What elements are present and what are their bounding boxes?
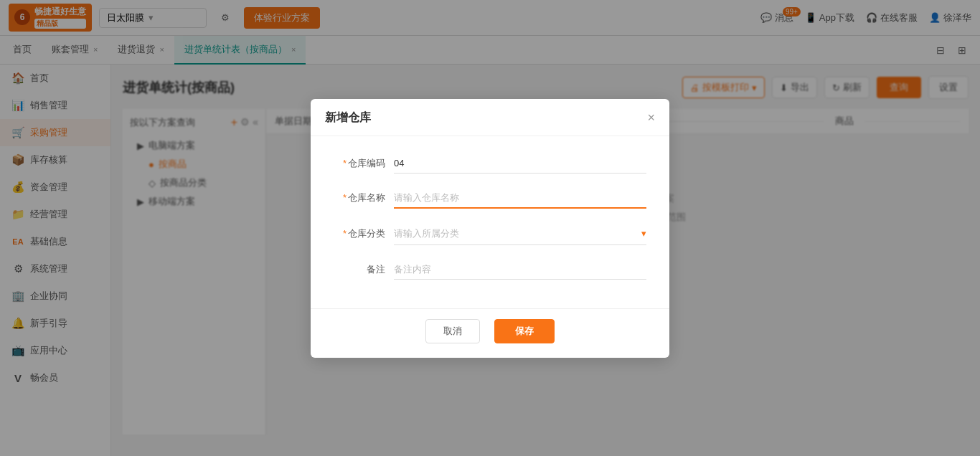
- save-button[interactable]: 保存: [494, 319, 555, 343]
- dialog-footer: 取消 保存: [311, 308, 669, 358]
- chevron-category-icon: ▾: [641, 228, 646, 239]
- dialog-close-button[interactable]: ×: [647, 111, 655, 124]
- dialog-title: 新增仓库: [325, 110, 371, 125]
- add-warehouse-dialog: 新增仓库 × *仓库编码 *仓库名称 *仓库分类: [311, 99, 669, 358]
- category-placeholder: 请输入所属分类: [394, 227, 459, 240]
- name-input[interactable]: [394, 188, 646, 209]
- form-row-category: *仓库分类 请输入所属分类 ▾: [334, 223, 646, 245]
- name-label: *仓库名称: [334, 191, 385, 204]
- form-row-code: *仓库编码: [334, 153, 646, 174]
- cancel-button[interactable]: 取消: [425, 319, 480, 343]
- code-label: *仓库编码: [334, 157, 385, 170]
- code-input[interactable]: [394, 153, 646, 174]
- dialog-overlay: 新增仓库 × *仓库编码 *仓库名称 *仓库分类: [0, 0, 980, 456]
- dialog-header: 新增仓库 ×: [311, 99, 669, 136]
- category-label: *仓库分类: [334, 227, 385, 240]
- dialog-body: *仓库编码 *仓库名称 *仓库分类 请输入所属分类 ▾: [311, 136, 669, 308]
- category-required-star: *: [343, 228, 347, 239]
- remark-input[interactable]: [394, 260, 646, 280]
- form-row-name: *仓库名称: [334, 188, 646, 209]
- category-select[interactable]: 请输入所属分类 ▾: [394, 223, 646, 245]
- remark-label: 备注: [334, 263, 385, 276]
- name-required-star: *: [343, 192, 347, 203]
- code-required-star: *: [343, 158, 347, 168]
- form-row-remark: 备注: [334, 260, 646, 280]
